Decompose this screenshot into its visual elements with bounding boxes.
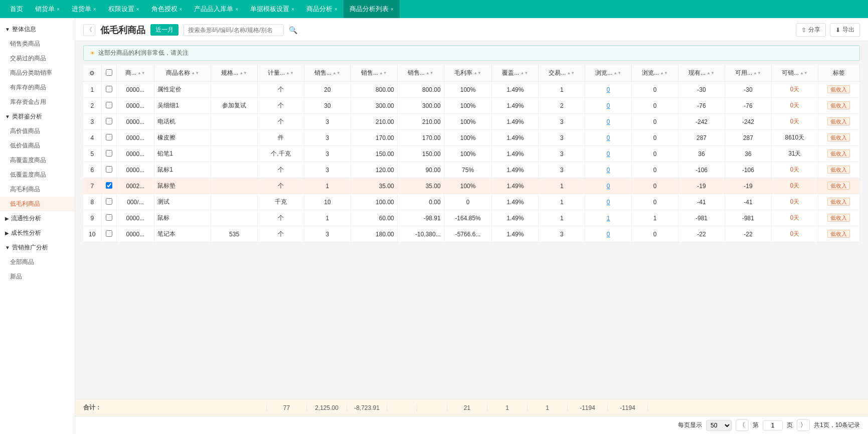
col-available-header[interactable]: 可用...▲▼: [725, 65, 771, 82]
col-code-header[interactable]: 商...▲▼: [116, 65, 154, 82]
sidebar-item-high-value[interactable]: 高价值商品: [0, 124, 75, 138]
nav-product-analysis[interactable]: 商品分析 ×: [300, 0, 343, 18]
close-icon[interactable]: ×: [57, 7, 60, 12]
sidebar-collapse-button[interactable]: 《: [83, 24, 95, 36]
row-browse2: 0: [632, 226, 678, 242]
row-name: 吴细细1: [154, 98, 211, 114]
share-button[interactable]: ⇧ 分享: [796, 23, 826, 37]
settings-icon[interactable]: ⚙: [89, 70, 95, 77]
col-grossrate-header[interactable]: 毛利率▲▼: [444, 65, 492, 82]
nav-purchase-order[interactable]: 进货单 ×: [66, 0, 102, 18]
col-checkbox[interactable]: [101, 65, 116, 82]
sidebar-group-growth[interactable]: ▶ 成长性分析: [0, 226, 75, 240]
col-saleable-header[interactable]: 可销...▲▼: [771, 65, 818, 82]
row-name: 铅笔1: [154, 146, 211, 162]
sidebar-item-stock-capital[interactable]: 库存资金占用: [0, 95, 75, 109]
col-coverage-header[interactable]: 覆盖...▲▼: [492, 65, 539, 82]
row-checkbox[interactable]: [101, 178, 116, 194]
row-tx-count: 1: [539, 194, 585, 210]
col-unit-header[interactable]: 计量...▲▼: [258, 65, 304, 82]
sidebar-item-all-products[interactable]: 全部商品: [0, 255, 75, 269]
row-checkbox[interactable]: [101, 226, 116, 242]
prev-page-button[interactable]: 〈: [736, 419, 749, 431]
sort-icon[interactable]: ▲▼: [800, 71, 808, 75]
row-checkbox[interactable]: [101, 98, 116, 114]
sidebar-item-high-margin[interactable]: 高毛利商品: [0, 182, 75, 197]
sort-icon[interactable]: ▲▼: [567, 71, 575, 75]
col-spec-header[interactable]: 规格...▲▼: [211, 65, 258, 82]
close-icon[interactable]: ×: [180, 7, 183, 12]
col-saleamount-header[interactable]: 销售...▲▼: [351, 65, 397, 82]
row-saleable: 0天: [771, 226, 818, 242]
sort-icon[interactable]: ▲▼: [520, 71, 528, 75]
sidebar-item-high-coverage[interactable]: 高覆盖度商品: [0, 153, 75, 168]
row-browse1: 0: [585, 130, 632, 146]
sort-icon[interactable]: ▲▼: [660, 71, 668, 75]
nav-product-entry[interactable]: 产品品入库单 ×: [188, 0, 244, 18]
row-checkbox[interactable]: [101, 162, 116, 178]
sidebar-item-stocked[interactable]: 有库存的商品: [0, 80, 75, 95]
close-icon[interactable]: ×: [136, 7, 139, 12]
row-checkbox[interactable]: [101, 82, 116, 98]
sidebar-item-low-coverage[interactable]: 低覆盖度商品: [0, 168, 75, 182]
sidebar-group-circulation[interactable]: ▶ 流通性分析: [0, 211, 75, 226]
export-button[interactable]: ⬇ 导出: [830, 23, 860, 37]
sort-icon[interactable]: ▲▼: [286, 71, 294, 75]
close-icon[interactable]: ×: [235, 7, 238, 12]
row-checkbox[interactable]: [101, 114, 116, 130]
close-icon[interactable]: ×: [291, 7, 294, 12]
col-browse2-header[interactable]: 浏览...▲▼: [632, 65, 678, 82]
next-page-button[interactable]: 〉: [797, 419, 810, 431]
sidebar-item-low-margin[interactable]: 低毛利商品: [0, 197, 75, 211]
sort-icon[interactable]: ▲▼: [707, 71, 715, 75]
sort-icon[interactable]: ▲▼: [473, 71, 481, 75]
search-button[interactable]: 🔍: [289, 26, 297, 34]
sidebar-item-sales-products[interactable]: 销售类商品: [0, 37, 75, 51]
col-tx-header[interactable]: 交易...▲▼: [539, 65, 585, 82]
sidebar-group-cluster[interactable]: ▼ 类群鉴分析: [0, 109, 75, 124]
sidebar-group-marketing[interactable]: ▼ 营销推广分析: [0, 240, 75, 255]
sort-icon[interactable]: ▲▼: [379, 71, 387, 75]
sidebar-item-category-rate[interactable]: 商品分类助销率: [0, 66, 75, 80]
row-checkbox[interactable]: [101, 194, 116, 210]
nav-home[interactable]: 首页: [4, 0, 29, 18]
nav-role-auth[interactable]: 角色授权 ×: [145, 0, 189, 18]
sidebar-item-low-value[interactable]: 低价值商品: [0, 138, 75, 153]
close-icon[interactable]: ×: [93, 7, 96, 12]
nav-template-settings[interactable]: 单据模板设置 ×: [244, 0, 300, 18]
nav-permission-settings[interactable]: 权限设置 ×: [102, 0, 145, 18]
sidebar-item-new-products[interactable]: 新品: [0, 269, 75, 284]
nav-sales-order[interactable]: 销货单 ×: [29, 0, 66, 18]
sort-icon[interactable]: ▲▼: [613, 71, 621, 75]
col-saleqty-header[interactable]: 销售...▲▼: [304, 65, 351, 82]
col-saleprofit-header[interactable]: 销售...▲▼: [397, 65, 444, 82]
row-checkbox[interactable]: [101, 210, 116, 226]
row-checkbox[interactable]: [101, 130, 116, 146]
row-checkbox[interactable]: [101, 146, 116, 162]
notice-banner: ☀ 这部分商品的利润非常低，请关注: [83, 45, 860, 61]
select-all-checkbox[interactable]: [106, 69, 112, 76]
close-icon[interactable]: ×: [391, 7, 394, 12]
row-tx-count: 2: [539, 98, 585, 114]
page-size-select[interactable]: 50 100 200: [706, 420, 732, 431]
nav-product-analysis-list[interactable]: 商品分析列表 ×: [343, 0, 400, 18]
sort-icon[interactable]: ▲▼: [239, 71, 247, 75]
period-button[interactable]: 近一月: [150, 24, 179, 36]
col-settings[interactable]: ⚙: [83, 65, 101, 82]
sidebar-item-traded-products[interactable]: 交易过的商品: [0, 51, 75, 66]
col-current-header[interactable]: 现有...▲▼: [678, 65, 725, 82]
page-number-input[interactable]: [763, 420, 783, 430]
row-code: 0000...: [116, 82, 154, 98]
sort-icon[interactable]: ▲▼: [332, 71, 340, 75]
sort-icon[interactable]: ▲▼: [426, 71, 434, 75]
sort-icon[interactable]: ▲▼: [753, 71, 761, 75]
sort-icon[interactable]: ▲▼: [137, 71, 145, 75]
col-browse1-header[interactable]: 浏览...▲▼: [585, 65, 632, 82]
footer-sale-amount: 2,125.00: [307, 404, 347, 411]
col-name-header[interactable]: 商品名称▲▼: [154, 65, 211, 82]
close-icon[interactable]: ×: [334, 7, 337, 12]
sidebar-group-overall[interactable]: ▼ 整体信息: [0, 22, 75, 37]
sort-icon[interactable]: ▲▼: [191, 71, 199, 75]
col-tag-header[interactable]: 标签: [818, 65, 859, 82]
search-input[interactable]: [184, 24, 284, 36]
